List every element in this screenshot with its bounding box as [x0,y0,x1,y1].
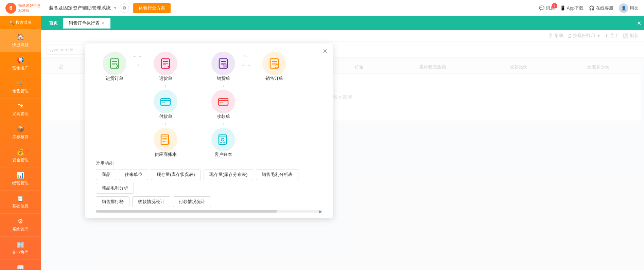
arrow-sales-order-to-bill: ← - - [242,52,256,77]
arrow-purchase-to-bill: - - → [133,52,147,77]
svg-rect-29 [168,141,170,144]
sales-bill-circle [211,52,235,75]
sidebar: 🔍 搜索菜单 🏠 快捷导航 📢 营销推广 🛒 销售管理 🛍 采购管理 📦 库存核… [0,16,41,270]
func-btn-stock-status[interactable]: 现存量(库存状况表) [151,169,201,180]
purchase-order-circle [103,52,126,75]
customer-account-label: 客户账本 [214,151,232,158]
func-btn-payment-stats[interactable]: 付款情况统计 [173,196,211,207]
sidebar-item-system[interactable]: ⚙ 系统管理 [0,214,41,237]
sidebar-item-marketing[interactable]: 📢 营销推广 [0,52,41,75]
dropdown-icon[interactable]: ▼ [114,6,117,10]
scroll-right-btn[interactable]: ▶ [319,209,322,214]
func-row-2: 销售排行榜 收款情况统计 付款情况统计 [96,196,322,207]
flow-supplier-account[interactable]: 供应商账本 [147,128,184,158]
func-btn-sales-gross[interactable]: 销售毛利分析表 [256,169,298,180]
arrow-down-payment: ↓ [147,120,184,128]
tab-home[interactable]: 首页 [43,18,63,29]
tab-sales-order-exec[interactable]: 销售订单执行表 ✕ [63,18,110,29]
modal-scrollbar[interactable]: ▶ [96,210,322,213]
sidebar-item-operation[interactable]: 📊 经营管理 [0,167,41,191]
quick-nav-icon: 🏠 [17,33,24,41]
message-icon: 💬 [539,5,544,11]
sidebar-item-purchase[interactable]: 🛍 采购管理 [0,98,41,121]
sidebar-item-guide[interactable]: 📖 新手引导 [0,260,41,270]
payment-label: 付款单 [159,113,172,120]
finance-icon: 💰 [17,148,24,156]
flow-payment[interactable]: 付款单 [147,90,184,120]
sidebar-item-basic-info[interactable]: 📋 基础信息 [0,191,41,214]
func-btn-sales-rank[interactable]: 销售排行榜 [96,196,129,207]
sales-icon: 🛒 [17,79,24,87]
download-icon: 📱 [560,5,565,11]
svg-rect-18 [161,98,170,105]
sidebar-item-enterprise[interactable]: 🏢 企业协同 [0,237,41,260]
arrow-down-purchase: ↓ [147,82,184,90]
message-btn[interactable]: 💬 消息 6 [539,5,555,11]
func-row-1: 商品 往来单位 现存量(库存状况表) 现存量(库存分布表) 销售毛利分析表 商品… [96,169,322,194]
message-badge: 6 [552,3,557,8]
arrow-down-sales: ↓ [205,82,242,90]
top-bar: 6 畅康通好生意 标准版 装备及固定资产辅助管理系统 ▼ ⚙ 体验行业方案 💬 … [0,0,644,16]
gear-button[interactable]: ⚙ [120,3,129,13]
page-content: ❓ 帮助 🖨 按模板打印 ▼ ⬆ 导出 🔄 刷新 [41,30,644,270]
svg-rect-23 [220,102,223,103]
content-area: 首页 销售订单执行表 ✕ ✕ ❓ 帮助 🖨 按模板打印 [41,16,644,270]
func-btn-product-gross[interactable]: 商品毛利分析 [96,183,134,194]
svg-rect-21 [219,98,228,105]
guide-icon: 📖 [17,264,24,270]
avatar: 👤 [619,3,628,13]
tab-close-all-btn[interactable]: ✕ [637,20,641,26]
sidebar-item-inventory[interactable]: 📦 库存核算 [0,121,41,144]
sales-order-label: 销售订单 [265,75,283,82]
svg-rect-30 [219,135,226,144]
svg-rect-12 [223,64,227,68]
func-btn-product[interactable]: 商品 [96,169,116,180]
purchase-icon: 🛍 [17,103,23,110]
marketing-icon: 📢 [17,56,24,64]
purchase-bill-circle [154,52,177,75]
func-btn-partners[interactable]: 往来单位 [119,169,148,180]
sales-bill-label: 销货单 [217,75,230,82]
operation-icon: 📊 [17,172,24,179]
flow-customer-account[interactable]: 客户账本 [205,128,242,158]
logo-icon: 6 [5,3,16,14]
flow-sales-bill[interactable]: 销货单 [205,52,242,82]
spacer-mid [184,52,205,55]
svg-point-17 [275,65,278,68]
receipt-circle [211,90,235,113]
enterprise-icon: 🏢 [17,241,24,248]
search-icon: 🔍 [9,20,14,25]
sidebar-item-finance[interactable]: 💰 资金管理 [0,144,41,167]
func-btn-receipt-stats[interactable]: 收款情况统计 [132,196,170,207]
logo-area: 6 畅康通好生意 标准版 [5,3,46,14]
system-icon: ⚙ [18,218,23,225]
user-btn[interactable]: 👤 用友 [619,3,639,13]
flow-sales-order[interactable]: 销售订单 [256,52,293,82]
svg-rect-24 [161,135,169,144]
flow-purchase-order[interactable]: 进货订单 [96,52,133,82]
tab-bar: 首页 销售订单执行表 ✕ ✕ [41,16,644,30]
arrow-down-receipt: ↓ [205,120,242,128]
modal-close-btn[interactable]: ✕ [323,48,328,55]
svg-point-32 [221,138,224,141]
tab-close-icon[interactable]: ✕ [102,21,105,25]
common-funcs: 常用功能 商品 往来单位 现存量(库存状况表) 现存量(库存分布表) 销售毛利分… [96,160,322,207]
sidebar-item-sales[interactable]: 🛒 销售管理 [0,75,41,98]
app-download-btn[interactable]: 📱 App下载 [560,5,584,11]
flow-chart: 进货订单 - - → 进货单 [96,52,322,158]
purchase-order-label: 进货订单 [106,75,123,82]
func-btn-stock-dist[interactable]: 现存量(库存分布表) [204,169,254,180]
quick-nav-modal: ✕ 进货订单 - - → [85,43,333,218]
svg-rect-20 [162,102,165,103]
sidebar-search[interactable]: 🔍 搜索菜单 [0,16,41,29]
receipt-label: 收款单 [217,113,230,120]
online-service-btn[interactable]: 🎧 在线客服 [589,5,613,11]
common-funcs-title: 常用功能 [96,160,322,166]
flow-purchase-bill[interactable]: 进货单 [147,52,184,82]
sidebar-item-quick-nav[interactable]: 🏠 快捷导航 [0,29,41,52]
flow-receipt[interactable]: 收款单 [205,90,242,120]
system-title: 装备及固定资产辅助管理系统 ▼ [49,5,117,11]
scrollbar-thumb [96,210,277,213]
try-btn[interactable]: 体验行业方案 [133,3,171,13]
supplier-account-label: 供应商账本 [155,151,177,158]
